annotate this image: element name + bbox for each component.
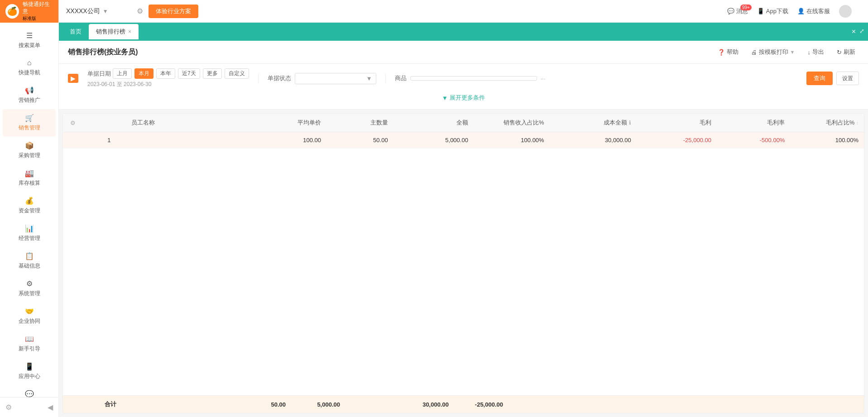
date-btn-last-month[interactable]: 上月 (113, 68, 132, 79)
expand-icon: ▼ (442, 95, 448, 101)
online-service-label: 在线客服 (806, 7, 830, 15)
cost-info-icon[interactable]: ℹ (629, 120, 631, 126)
refresh-icon: ↻ (837, 49, 842, 56)
message-btn[interactable]: 💬 消息 99+ (727, 7, 748, 15)
page-content: 销售排行榜(按业务员) ❓ 帮助 🖨 按模板打印 ▼ ↓ 导出 ↻ 刷新 (59, 41, 868, 417)
expand-more-btn[interactable]: ▼ 展开更多条件 (68, 91, 859, 105)
sales-icon: 🛒 (25, 114, 34, 122)
date-btn-7days[interactable]: 近7天 (178, 68, 200, 79)
message-badge: 99+ (740, 5, 752, 10)
help-btn[interactable]: ❓ 帮助 (714, 46, 742, 58)
refresh-btn[interactable]: ↻ 刷新 (833, 46, 859, 58)
goods-more-icon[interactable]: ··· (541, 75, 546, 82)
sidebar-item-apps[interactable]: 📱 应用中心 (3, 358, 56, 385)
sidebar-collapse-btn[interactable]: ◀ (48, 403, 53, 412)
sidebar-item-sales[interactable]: 🛒 销售管理 (3, 109, 56, 136)
sort-icon[interactable]: ↕ (856, 120, 858, 125)
logo-subtitle: 标准版 (23, 15, 53, 22)
page-actions: ❓ 帮助 🖨 按模板打印 ▼ ↓ 导出 ↻ 刷新 (714, 46, 859, 58)
print-arrow-icon: ▼ (790, 49, 795, 55)
sidebar-nav: ☰ 搜索菜单 ⌂ 快捷导航 📢 营销推广 🛒 销售管理 📦 采购管理 🏭 库存核… (0, 23, 58, 397)
sidebar-item-search-label: 搜索菜单 (19, 42, 40, 49)
sidebar-item-guide-label: 新手引导 (19, 345, 40, 353)
tab-sales-rank-label: 销售排行榜 (96, 28, 125, 36)
table-header-row: ⚙ 员工名称 平均单价 主数量 全额 销售收入占比% 成本全额 ℹ 毛利 (63, 114, 864, 132)
td-amount: 5,000.00 (393, 132, 474, 149)
system-icon: ⚙ (26, 279, 33, 288)
th-amount: 全额 (393, 114, 474, 132)
date-options: 上月 本月 本年 近7天 更多 自定义 (113, 68, 249, 79)
online-service-btn[interactable]: 👤 在线客服 (797, 7, 830, 15)
sidebar-item-inventory[interactable]: 🏭 库存核算 (3, 164, 56, 192)
date-btn-current-month[interactable]: 本月 (134, 68, 153, 79)
sidebar-item-guide[interactable]: 📖 新手引导 (3, 330, 56, 357)
marketing-icon: 📢 (25, 86, 34, 95)
date-filter-label: 单据日期 (87, 70, 111, 78)
sidebar-item-purchase[interactable]: 📦 采购管理 (3, 137, 56, 164)
tab-home[interactable]: 首页 (62, 24, 89, 39)
company-name: XXXXX公司 (66, 7, 100, 15)
logo-title: 畅捷通好生意 (23, 1, 53, 15)
filter-separator-2 (385, 74, 386, 83)
tab-close-window-icon[interactable]: × (852, 28, 856, 36)
filter-area: ▶ 单据日期 上月 本月 本年 近7天 更多 自定义 2 (59, 64, 868, 110)
tab-sales-rank[interactable]: 销售排行榜 × (89, 24, 139, 39)
management-icon: 📊 (25, 224, 34, 233)
th-cost-amount: 成本全额 ℹ (550, 114, 637, 132)
th-sales-pct: 销售收入占比% (474, 114, 550, 132)
td-sales-pct: 100.00% (474, 132, 550, 149)
sidebar-item-basic-label: 基础信息 (19, 262, 40, 270)
message-icon: 💬 (727, 8, 734, 14)
settings-filter-btn[interactable]: 设置 (836, 72, 859, 85)
sidebar-item-sales-label: 销售管理 (19, 124, 40, 132)
sidebar-item-finance[interactable]: 💰 资金管理 (3, 192, 56, 219)
date-btn-custom[interactable]: 自定义 (225, 68, 249, 79)
filter-separator-1 (258, 74, 259, 83)
guide-icon: 📖 (25, 335, 34, 343)
export-label: 导出 (812, 48, 824, 56)
sidebar-item-collab[interactable]: 🤝 企业协同 (3, 302, 56, 330)
sidebar-item-nav[interactable]: ⌂ 快捷导航 (3, 54, 56, 81)
query-btn[interactable]: 查询 (806, 72, 833, 85)
footer-amount: 5,000.00 (286, 401, 340, 408)
tab-restore-icon[interactable]: ⤢ (859, 28, 864, 36)
date-range-display: 2023-06-01 至 2023-06-30 (87, 81, 249, 88)
sidebar-item-wechat[interactable]: 💬 企业微信 (3, 385, 56, 397)
export-btn[interactable]: ↓ 导出 (804, 46, 828, 58)
sidebar-item-search[interactable]: ☰ 搜索菜单 (3, 27, 56, 54)
sidebar-item-basic[interactable]: 📋 基础信息 (3, 247, 56, 274)
th-avg-price: 平均单价 (246, 114, 326, 132)
topbar-settings-icon[interactable]: ⚙ (137, 7, 143, 15)
footer-cost: 30,000.00 (390, 401, 449, 408)
filter-toggle-btn[interactable]: ▶ (68, 74, 78, 83)
inventory-icon: 🏭 (25, 169, 34, 177)
sidebar-item-purchase-label: 采购管理 (19, 152, 40, 159)
app-download-btn[interactable]: 📱 App下载 (757, 7, 788, 15)
sidebar-settings-btn[interactable]: ⚙ (5, 403, 12, 412)
export-icon: ↓ (808, 49, 811, 56)
sidebar-item-finance-label: 资金管理 (19, 207, 40, 215)
company-selector[interactable]: XXXXX公司 ▼ (66, 7, 129, 15)
basic-icon: 📋 (25, 252, 34, 260)
tab-right-actions: × ⤢ (852, 28, 864, 36)
user-avatar[interactable] (839, 5, 852, 18)
trial-button[interactable]: 体验行业方案 (149, 5, 198, 18)
tab-close-icon[interactable]: × (128, 29, 131, 35)
table-footer: 合计 50.00 5,000.00 30,000.00 -25,000.00 (63, 395, 864, 413)
online-service-icon: 👤 (797, 8, 805, 14)
template-print-btn[interactable]: 🖨 按模板打印 ▼ (748, 46, 799, 58)
sidebar-item-management-label: 经营管理 (19, 235, 40, 242)
column-settings-icon[interactable]: ⚙ (68, 118, 77, 127)
main-content: XXXXX公司 ▼ ⚙ 体验行业方案 💬 消息 99+ 📱 App下载 👤 在线… (59, 0, 868, 417)
status-select[interactable]: ▼ (295, 73, 376, 84)
purchase-icon: 📦 (25, 141, 34, 150)
sidebar-item-system[interactable]: ⚙ 系统管理 (3, 275, 56, 302)
td-main-qty: 50.00 (326, 132, 393, 149)
table-row: 1 100.00 50.00 5,000.00 100.00% 30,000.0… (63, 132, 864, 149)
goods-select[interactable] (410, 76, 537, 81)
sidebar-item-marketing[interactable]: 📢 营销推广 (3, 81, 56, 109)
sidebar-item-management[interactable]: 📊 经营管理 (3, 220, 56, 247)
td-profit-rate: -500.00% (717, 132, 790, 149)
date-btn-more[interactable]: 更多 (203, 68, 222, 79)
date-btn-current-year[interactable]: 本年 (156, 68, 175, 79)
